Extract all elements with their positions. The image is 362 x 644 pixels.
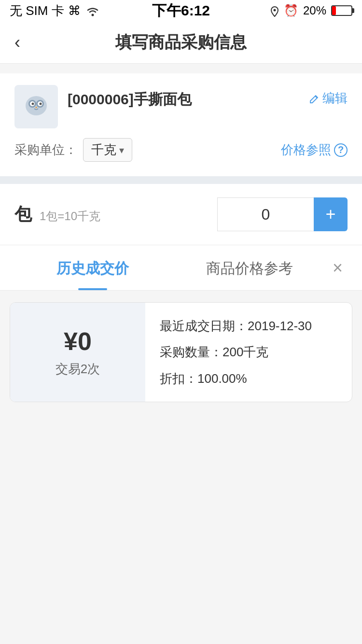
time-display: 下午6:12 <box>152 1 210 21</box>
dropdown-arrow-icon: ▾ <box>119 144 124 156</box>
quantity-input[interactable]: 0 <box>217 197 314 231</box>
history-price-card: ¥0 交易2次 最近成交日期：2019-12-30 采购数量：200千克 折扣：… <box>10 302 352 402</box>
history-discount-row: 折扣：100.00% <box>160 370 337 387</box>
svg-point-0 <box>91 14 94 16</box>
help-icon: ? <box>334 143 348 157</box>
tab-close-button[interactable]: × <box>328 253 348 283</box>
quantity-controls: 0 + <box>217 197 348 231</box>
latest-date-value: 2019-12-30 <box>248 319 312 333</box>
product-header: [0000006]手撕面包 编辑 <box>14 85 348 128</box>
status-bar-left: 无 SIM 卡 ⌘ <box>10 2 99 19</box>
status-bar-right: ⏰ 20% <box>270 4 352 17</box>
battery-text: 20% <box>303 4 326 17</box>
location-icon <box>270 4 279 17</box>
page-title: 填写商品采购信息 <box>115 31 247 54</box>
svg-point-7 <box>32 103 34 105</box>
quantity-conversion: 1包=10千克 <box>40 209 100 224</box>
purchase-qty-value: 200千克 <box>223 345 268 359</box>
edit-label: 编辑 <box>322 90 348 107</box>
tabs-container: 历史成交价 商品价格参考 × <box>0 245 362 291</box>
unit-value: 千克 <box>91 141 116 158</box>
svg-point-1 <box>273 9 276 11</box>
latest-date-label: 最近成交日期： <box>160 319 248 333</box>
product-name: [0000006]手撕面包 <box>68 85 192 110</box>
battery-icon <box>331 5 352 16</box>
product-unit-row: 采购单位： 千克 ▾ 价格参照 ? <box>14 138 348 162</box>
product-left: [0000006]手撕面包 <box>14 85 192 128</box>
nav-bar: ‹ 填写商品采购信息 <box>0 21 362 64</box>
battery-fill <box>332 6 336 15</box>
history-purchase-qty-row: 采购数量：200千克 <box>160 343 337 361</box>
price-ref-label: 价格参照 <box>281 141 331 158</box>
price-ref-button[interactable]: 价格参照 ? <box>281 141 348 158</box>
history-latest-date-row: 最近成交日期：2019-12-30 <box>160 317 337 335</box>
section-divider <box>0 176 362 184</box>
edit-button[interactable]: 编辑 <box>309 85 348 107</box>
tab-product-price-ref[interactable]: 商品价格参考 <box>171 245 327 290</box>
wifi-icon: ⌘ <box>68 3 99 18</box>
svg-point-8 <box>40 103 42 105</box>
unit-selector-group: 采购单位： 千克 ▾ <box>14 138 132 162</box>
history-trade-count: 交易2次 <box>56 361 100 378</box>
product-image-icon <box>22 91 51 122</box>
quantity-plus-button[interactable]: + <box>314 197 348 231</box>
status-bar: 无 SIM 卡 ⌘ 下午6:12 ⏰ 20% <box>0 0 362 21</box>
quantity-row: 包 1包=10千克 0 + <box>0 184 362 245</box>
history-price-value: ¥0 <box>64 327 92 356</box>
quantity-unit: 包 <box>14 203 32 226</box>
quantity-label: 包 1包=10千克 <box>14 203 100 226</box>
back-button[interactable]: ‹ <box>14 28 25 57</box>
unit-label: 采购单位： <box>14 141 77 158</box>
history-price-right: 最近成交日期：2019-12-30 采购数量：200千克 折扣：100.00% <box>145 303 352 402</box>
product-card: [0000006]手撕面包 编辑 采购单位： 千克 ▾ 价格参照 ? <box>0 73 362 176</box>
history-price-left: ¥0 交易2次 <box>10 303 145 402</box>
unit-select-dropdown[interactable]: 千克 ▾ <box>83 138 132 162</box>
tab-history-price[interactable]: 历史成交价 <box>14 245 171 290</box>
main-content: ¥0 交易2次 最近成交日期：2019-12-30 采购数量：200千克 折扣：… <box>0 302 362 640</box>
svg-point-2 <box>26 96 47 115</box>
alarm-icon: ⏰ <box>284 4 298 17</box>
discount-label: 折扣： <box>160 371 197 386</box>
product-thumbnail <box>14 85 58 128</box>
discount-value: 100.00% <box>197 371 247 386</box>
carrier-text: 无 SIM 卡 <box>10 2 64 19</box>
purchase-qty-label: 采购数量： <box>160 345 223 359</box>
